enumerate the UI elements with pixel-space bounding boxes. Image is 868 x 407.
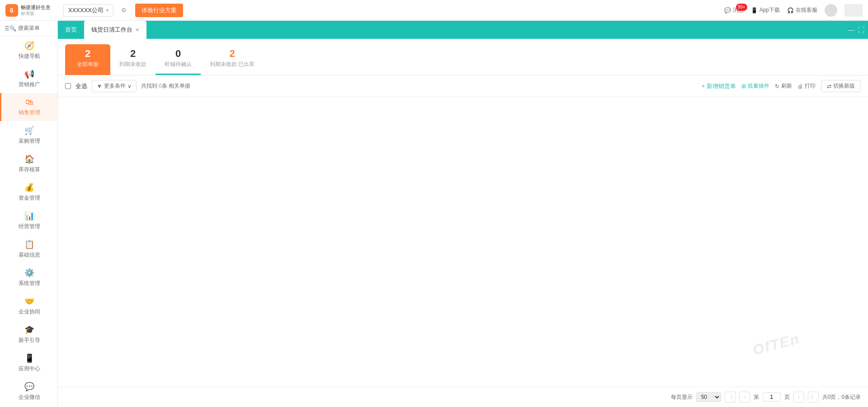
top-header: 6 畅捷通好生意 标准版 XXXXXX公司 ▾ ⚙ 体验行业方案 💬 消息 99… [0,0,868,21]
sidebar-item-newbie[interactable]: 🎓 新手引导 [0,320,57,349]
sidebar-item-wechat[interactable]: 💬 企业微信 [0,377,57,406]
tab-bar: 首页 钱货日清工作台 ✕ — ⛶ [58,21,868,39]
sidebar-item-quick-nav[interactable]: 🧭 快捷导航 [0,36,57,65]
company-name: XXXXXX公司 [68,6,104,14]
user-name-area[interactable] [844,4,863,17]
page-body: 2 全部单据 2 到期未收款 0 旺铺待确认 2 到期未收款 已出库 [58,39,868,407]
main-content: 首页 钱货日清工作台 ✕ — ⛶ 2 全部单据 2 到期未收款 [58,21,868,407]
tab-minimize-icon[interactable]: — [848,26,854,33]
sidebar-item-appstore[interactable]: 📱 应用中心 [0,349,57,377]
quick-nav-icon: 🧭 [24,41,34,51]
stat-tab-wangpu[interactable]: 0 旺铺待确认 [156,44,201,75]
sidebar-item-operations[interactable]: 📊 经营管理 [0,206,57,235]
online-service-item[interactable]: 🎧 在线客服 [787,6,817,14]
filter-chevron-icon: ∨ [127,83,132,89]
sidebar-item-purchase[interactable]: 🛒 采购管理 [0,121,57,150]
messages-badge: 99+ [736,4,747,11]
add-sales-order-button[interactable]: + 新增销货单 [702,82,736,90]
logo-area: 6 畅捷通好生意 标准版 [5,4,63,17]
sidebar-item-cooperation[interactable]: 🤝 企业协同 [0,292,57,320]
toolbar-right: + 新增销货单 ⊞ 批量操作 ↻ 刷新 🖨 打印 ⇄ [702,80,861,92]
finance-icon: 💰 [24,182,34,192]
newbie-icon: 🎓 [24,325,34,335]
appstore-icon: 📱 [24,353,34,363]
print-button[interactable]: 🖨 打印 [797,82,816,90]
header-right: 💬 消息 99+ 📱 App下载 🎧 在线客服 [724,4,863,17]
logo-text: 畅捷通好生意 标准版 [21,4,51,16]
basic-info-icon: 📋 [24,239,34,249]
sidebar: ☰🔍 搜索菜单 🧭 快捷导航 📢 营销推广 🛍 销售管理 🛒 采购管理 🏠 库存… [0,21,58,407]
sales-icon: 🛍 [25,98,33,107]
refresh-icon: ↻ [775,83,779,89]
sidebar-item-sales[interactable]: 🛍 销售管理 [0,93,57,121]
app-download-item[interactable]: 📱 App下载 [751,6,780,14]
messages-item[interactable]: 💬 消息 99+ [724,6,744,14]
sidebar-item-marketing[interactable]: 📢 营销推广 [0,65,57,93]
batch-icon: ⊞ [741,83,746,89]
filter-icon: ▼ [97,83,102,89]
total-label: 共0页，0条记录 [822,393,861,401]
settings-icon[interactable]: ⚙ [117,4,131,17]
download-icon: 📱 [751,7,758,14]
stat-tab-all[interactable]: 2 全部单据 [65,44,110,75]
stats-bar: 2 全部单据 2 到期未收款 0 旺铺待确认 2 到期未收款 已出库 [58,39,868,75]
logo-icon: 6 [5,4,18,17]
stat-label-wangpu: 旺铺待确认 [165,61,192,68]
search-menu-item[interactable]: ☰🔍 搜索菜单 [0,21,57,36]
per-page-label: 每页显示 [671,393,693,401]
batch-ops-button[interactable]: ⊞ 批量操作 [741,82,769,90]
select-all-checkbox[interactable] [65,83,71,89]
purchase-icon: 🛒 [24,126,34,136]
switch-icon: ⇄ [827,83,831,89]
system-icon: ⚙️ [24,268,34,278]
table-area [58,97,868,387]
filter-button[interactable]: ▼ 更多条件 ∨ [92,80,137,92]
tab-close-icon[interactable]: ✕ [135,27,139,33]
toolbar: 全选 ▼ 更多条件 ∨ 共找到 0条 相关单据 + 新增销货单 ⊞ 批量操作 [58,75,868,97]
select-all-label: 全选 [75,82,87,90]
cooperation-icon: 🤝 [24,296,34,306]
stat-num-shipped: 2 [230,48,235,60]
stat-tab-overdue[interactable]: 2 到期未收款 [110,44,156,75]
tab-work-bench[interactable]: 钱货日清工作台 ✕ [84,21,146,39]
next-page-button[interactable]: › [793,392,804,402]
stat-label-overdue: 到期未收款 [119,61,146,68]
page-size-select[interactable]: 50 20 100 [696,392,721,402]
search-icon: ☰🔍 [5,25,16,32]
stat-num-all: 2 [85,48,90,60]
sidebar-item-system[interactable]: ⚙️ 系统管理 [0,263,57,292]
stat-num-overdue: 2 [130,48,136,60]
switch-version-button[interactable]: ⇄ 切换新版 [821,80,861,92]
tab-maximize-icon[interactable]: ⛶ [858,26,864,33]
pagination-bar: 每页显示 50 20 100 《 ‹ 第 页 › 》 共0页，0条记录 [58,387,868,407]
tab-controls: — ⛶ [848,26,868,33]
chevron-down-icon: ▾ [106,8,108,13]
sidebar-item-inventory[interactable]: 🏠 库存核算 [0,150,57,178]
tab-home[interactable]: 首页 [58,21,84,39]
sidebar-item-basic-info[interactable]: 📋 基础信息 [0,235,57,263]
service-icon: 🎧 [787,7,794,14]
first-page-button[interactable]: 《 [725,392,736,402]
stat-num-wangpu: 0 [175,48,181,60]
stat-label-shipped: 到期未收款 已出库 [210,61,255,68]
app-layout: ☰🔍 搜索菜单 🧭 快捷导航 📢 营销推广 🛍 销售管理 🛒 采购管理 🏠 库存… [0,21,868,407]
operations-icon: 📊 [24,211,34,221]
inventory-icon: 🏠 [24,154,34,164]
page-label-2: 页 [784,393,790,401]
stat-tab-shipped[interactable]: 2 到期未收款 已出库 [201,44,264,75]
page-label: 第 [754,393,759,401]
refresh-button[interactable]: ↻ 刷新 [775,82,792,90]
stat-label-all: 全部单据 [77,61,99,68]
prev-page-button[interactable]: ‹ [739,392,750,402]
message-icon: 💬 [724,7,731,14]
wechat-icon: 💬 [24,382,34,392]
trial-button[interactable]: 体验行业方案 [135,4,183,17]
last-page-button[interactable]: 》 [808,392,819,402]
print-icon: 🖨 [797,83,803,89]
marketing-icon: 📢 [24,69,34,79]
avatar[interactable] [825,4,837,17]
company-selector[interactable]: XXXXXX公司 ▾ [63,4,113,17]
page-number-input[interactable] [763,393,781,402]
sidebar-item-finance[interactable]: 💰 资金管理 [0,178,57,206]
found-text: 共找到 0条 相关单据 [141,82,190,90]
